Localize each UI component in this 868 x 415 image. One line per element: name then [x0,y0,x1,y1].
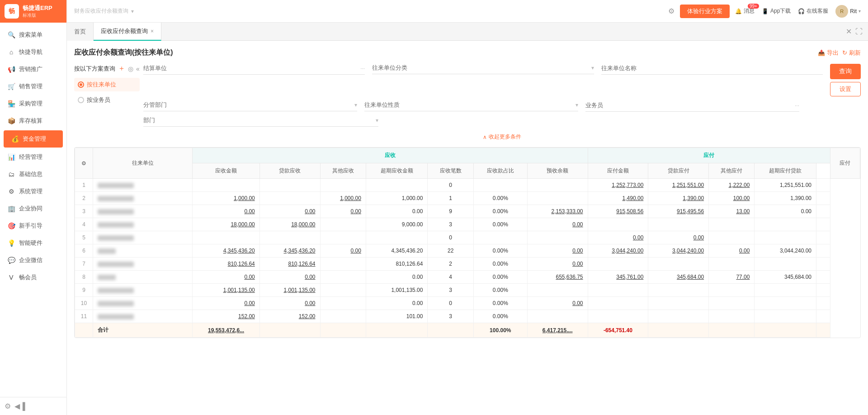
prepay-balance-cell[interactable] [527,284,588,297]
sidebar-item-wechat[interactable]: 💬 企业微信 [0,252,66,269]
recv-loan-cell[interactable]: 0.00 [259,297,320,310]
salesperson-dots[interactable]: ··· [795,102,799,109]
salesperson-input[interactable] [622,101,795,110]
sidebar-item-corp[interactable]: 🏢 企业协同 [0,200,66,217]
recv-other-cell[interactable] [320,310,366,323]
pay-other-cell[interactable]: 100.00 [709,192,755,205]
sidebar-item-purchase[interactable]: 🏪 采购管理 [0,95,66,112]
recv-loan-cell[interactable]: 152.00 [259,310,320,323]
settings-icon[interactable]: ⚙ [5,402,11,410]
recv-loan-cell[interactable] [259,231,320,244]
sidebar-item-search[interactable]: 🔍 搜索菜单 [0,26,66,43]
pay-loan-cell[interactable]: 0.00 [648,231,709,244]
pay-loan-cell[interactable] [648,297,709,310]
query-type-by-salesperson[interactable]: 按业务员 [74,93,140,107]
sidebar-item-inventory[interactable]: 📦 库存核算 [0,112,66,129]
pay-amount-cell[interactable] [588,284,648,297]
pay-loan-cell[interactable] [648,218,709,231]
recv-amount-cell[interactable]: 152.00 [193,310,259,323]
recv-other-cell[interactable] [320,284,366,297]
pay-other-cell[interactable]: 1,222.00 [709,179,755,192]
recv-loan-cell[interactable] [259,179,320,192]
edit-scheme-icon[interactable]: ◎ [128,65,133,72]
trial-btn[interactable]: 体验行业方案 [680,5,730,18]
pay-amount-cell[interactable] [588,310,648,323]
sidebar-item-base[interactable]: 🗂 基础信息 [0,166,66,183]
collapse-scheme-icon[interactable]: « [136,65,140,72]
partner-category-select[interactable]: ▾ [408,65,594,71]
recv-amount-cell[interactable]: 4,345,436.20 [193,244,259,258]
recv-amount-cell[interactable]: 18,000.00 [193,218,259,231]
recv-other-cell[interactable] [320,297,366,310]
gear-icon[interactable]: ⚙ [668,7,675,15]
collapse-icon[interactable]: ◀▐ [14,402,25,410]
pay-loan-cell[interactable] [648,284,709,297]
settlement-unit-input[interactable] [170,64,360,72]
sidebar-item-guide[interactable]: 🎯 新手引导 [0,217,66,234]
pay-amount-cell[interactable]: 0.00 [588,231,648,244]
pay-loan-cell[interactable] [648,258,709,271]
pay-amount-cell[interactable] [588,218,648,231]
dept-select[interactable]: ▾ [170,117,379,124]
prepay-balance-cell[interactable] [527,192,588,205]
recv-other-cell[interactable] [320,271,366,284]
recv-amount-cell[interactable]: 1,001,135.00 [193,284,259,297]
pay-other-cell[interactable] [709,218,755,231]
sidebar-item-marketing[interactable]: 📢 营销推广 [0,61,66,78]
pay-amount-cell[interactable]: 915,508.56 [588,205,648,218]
recv-amount-cell[interactable] [193,179,259,192]
pay-amount-cell[interactable]: 1,490.00 [588,192,648,205]
notification-btn[interactable]: 🔔 消息 99+ [735,7,755,15]
prepay-balance-cell[interactable]: 0.00 [527,218,588,231]
prepay-balance-cell[interactable]: 0.00 [527,258,588,271]
tab-maximize-icon[interactable]: ⛶ [855,28,863,36]
recv-loan-cell[interactable]: 0.00 [259,205,320,218]
supervise-dept-select[interactable]: ▾ [170,102,357,108]
pay-other-cell[interactable] [709,297,755,310]
table-settings-icon[interactable]: ⚙ [81,160,86,167]
pay-other-cell[interactable] [709,284,755,297]
settlement-unit-dots[interactable]: ··· [360,65,365,72]
recv-loan-cell[interactable] [259,192,320,205]
recv-amount-cell[interactable]: 0.00 [193,205,259,218]
app-download-btn[interactable]: 📱 App下载 [762,7,791,15]
pay-amount-cell[interactable]: 1,252,773.00 [588,179,648,192]
recv-other-cell[interactable] [320,231,366,244]
pay-other-cell[interactable]: 77.00 [709,271,755,284]
recv-loan-cell[interactable]: 810,126.64 [259,258,320,271]
pay-loan-cell[interactable]: 3,044,240.00 [648,244,709,258]
recv-amount-cell[interactable]: 0.00 [193,271,259,284]
footer-prepay-balance[interactable]: 6,417,215.... [527,323,588,338]
sidebar-item-system[interactable]: ⚙ 系统管理 [0,183,66,200]
prepay-balance-cell[interactable]: 0.00 [527,297,588,310]
pay-other-cell[interactable] [709,310,755,323]
pay-amount-cell[interactable]: 3,044,240.00 [588,244,648,258]
prepay-balance-cell[interactable]: 655,636.75 [527,271,588,284]
pay-amount-cell[interactable] [588,297,648,310]
pay-other-cell[interactable]: 13.00 [709,205,755,218]
pay-loan-cell[interactable]: 345,684.00 [648,271,709,284]
recv-amount-cell[interactable]: 0.00 [193,297,259,310]
partner-nature-select[interactable]: ▾ [401,102,578,108]
refresh-btn[interactable]: ↻ 刷新 [842,49,861,57]
pay-loan-cell[interactable]: 915,495.56 [648,205,709,218]
sidebar-item-hardware[interactable]: 💡 智能硬件 [0,234,66,252]
pay-other-cell[interactable] [709,231,755,244]
user-menu[interactable]: R Rit ▾ [835,5,861,18]
recv-loan-cell[interactable]: 1,001,135.00 [259,284,320,297]
add-scheme-btn[interactable]: ＋ [118,64,125,73]
recv-loan-cell[interactable]: 0.00 [259,271,320,284]
pay-other-cell[interactable] [709,258,755,271]
recv-other-cell[interactable] [320,179,366,192]
collapse-more-btn[interactable]: ∧ 收起更多条件 [483,133,521,141]
tab-home[interactable]: 首页 [67,23,94,41]
pay-other-cell[interactable]: 0.00 [709,244,755,258]
tab-close-icon[interactable]: × [151,28,154,34]
online-service-btn[interactable]: 🎧 在线客服 [798,7,828,15]
export-btn[interactable]: 📤 导出 [818,49,839,57]
query-type-by-unit[interactable]: 按往来单位 [74,78,140,91]
recv-other-cell[interactable]: 0.00 [320,205,366,218]
prepay-balance-cell[interactable] [527,179,588,192]
footer-recv-amount[interactable]: 19,553,472,6... [193,323,259,338]
pay-amount-cell[interactable]: 345,761.00 [588,271,648,284]
